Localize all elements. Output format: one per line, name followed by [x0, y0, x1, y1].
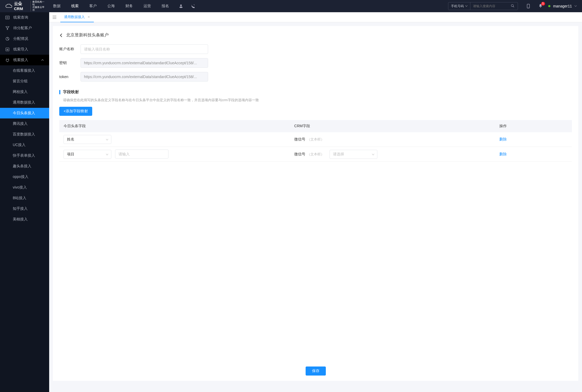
nav-operation[interactable]: 运营 [144, 4, 151, 8]
main-area: 通用数据接入 ✕ 北京昱新科技头条账户 账户名称 密钥 token 字段映射 请… [49, 12, 582, 381]
page-title: 北京昱新科技头条账户 [66, 32, 109, 38]
sidebar-item-clue-query[interactable]: 线索查询 [0, 12, 49, 23]
svg-point-2 [511, 4, 513, 6]
sidebar-item-clue-access[interactable]: 线索接入 [0, 55, 49, 65]
table-row: 项目 微信号 （文本框） 请选择 [59, 147, 572, 162]
svg-point-0 [180, 5, 182, 6]
crm-field-display: 微信号 （文本框） [294, 137, 324, 142]
menu-icon [53, 16, 56, 19]
user-menu[interactable]: manager11 [548, 4, 577, 8]
add-mapping-button[interactable]: +添加字段映射 [59, 107, 92, 116]
main-nav: 数据 线索 客户 公海 财务 运营 报名 [53, 4, 169, 8]
svg-line-3 [513, 6, 514, 7]
sub-vivo[interactable]: vivo接入 [0, 182, 49, 193]
logo-text: 云朵CRM [14, 1, 29, 11]
filter-icon [5, 26, 10, 30]
label-key: 密钥 [59, 61, 75, 65]
header-right-icons: 5 [526, 3, 543, 9]
table-row: 姓名 微信号 （文本框） 删除 [59, 132, 572, 147]
nav-finance[interactable]: 财务 [125, 4, 133, 8]
search-input[interactable] [470, 4, 508, 8]
section-bar-icon [59, 90, 60, 94]
chevron-down-icon [106, 137, 108, 142]
label-account-name: 账户名称 [59, 47, 75, 52]
tab-general-data[interactable]: 通用数据接入 ✕ [60, 12, 94, 22]
section-desc: 请确保您在此填写的头条自定义字段名称与在今日头条平台中自定义的字段名称一致，并且… [63, 98, 572, 103]
search-icon [511, 4, 514, 8]
input-key[interactable] [81, 58, 208, 68]
plug-icon [5, 58, 10, 62]
collapse-sidebar-button[interactable] [51, 14, 58, 20]
crm-option-select[interactable]: 请选择 [330, 150, 377, 159]
row-token: token [59, 72, 572, 82]
person-icon[interactable] [179, 4, 183, 8]
logo-subtitle: 教育机构一站 式服务云平台 [31, 1, 45, 11]
notifications[interactable]: 5 [538, 3, 543, 9]
svg-rect-1 [181, 7, 182, 8]
chevron-down-icon [465, 5, 467, 7]
nav-clue[interactable]: 线索 [71, 4, 79, 8]
chevron-up-icon [41, 59, 44, 61]
label-token: token [59, 75, 75, 79]
pie-icon [5, 37, 10, 41]
section-title: 字段映射 [63, 90, 79, 95]
sidebar-item-allocation[interactable]: 分配情况 [0, 33, 49, 44]
chevron-down-icon [372, 152, 374, 156]
header-icon-group [179, 4, 196, 8]
mapping-table: 今日头条字段 CRM字段 操作 姓名 [59, 120, 572, 162]
import-icon [5, 47, 10, 52]
sidebar-item-pending-customer[interactable]: 待分配客户 [0, 23, 49, 33]
sub-toutiao[interactable]: 今日头条接入 [0, 108, 49, 118]
nav-customer[interactable]: 客户 [89, 4, 97, 8]
phone-icon[interactable] [191, 4, 196, 8]
crm-field-display: 微信号 （文本框） [294, 152, 324, 157]
breadcrumb: 北京昱新科技头条账户 [59, 32, 572, 38]
search-button[interactable] [508, 4, 518, 8]
input-token[interactable] [81, 72, 208, 82]
col-action: 操作 [495, 120, 572, 132]
mobile-icon[interactable] [526, 4, 531, 8]
tt-field-select[interactable]: 项目 [64, 150, 111, 159]
sub-baidu[interactable]: 百度数据接入 [0, 129, 49, 140]
delete-button[interactable]: 删除 [499, 152, 507, 156]
tt-field-select[interactable]: 姓名 [64, 135, 111, 144]
chevron-down-icon [106, 152, 108, 156]
nav-public[interactable]: 公海 [107, 4, 115, 8]
search-type-select[interactable]: 手机号码 [448, 2, 470, 10]
close-icon[interactable]: ✕ [87, 15, 90, 19]
input-account-name[interactable] [81, 44, 208, 54]
save-button[interactable]: 保存 [306, 367, 326, 376]
sub-meiyou[interactable]: 美柚接入 [0, 214, 49, 225]
col-toutiao-field: 今日头条字段 [59, 120, 290, 132]
sub-uc[interactable]: UC接入 [0, 140, 49, 150]
back-icon[interactable] [59, 33, 64, 37]
section-header: 字段映射 [59, 90, 572, 95]
app-header: 云朵CRM 教育机构一站 式服务云平台 数据 线索 客户 公海 财务 运营 报名… [0, 0, 582, 12]
tabs-bar: 通用数据接入 ✕ [49, 12, 582, 22]
row-account-name: 账户名称 [59, 44, 572, 54]
sub-zhihu[interactable]: 知乎接入 [0, 203, 49, 214]
sub-bilibili[interactable]: B站接入 [0, 193, 49, 203]
sub-general-data[interactable]: 通用数据接入 [0, 97, 49, 108]
sub-online-service[interactable]: 在线客服接入 [0, 65, 49, 76]
list-icon [5, 15, 10, 20]
sub-school-access[interactable]: 网校接入 [0, 87, 49, 97]
search-box: 手机号码 [448, 2, 518, 10]
sub-qutoutiao[interactable]: 趣头条接入 [0, 161, 49, 172]
sidebar-item-clue-import[interactable]: 线索导入 [0, 44, 49, 55]
sub-tencent[interactable]: 腾讯接入 [0, 118, 49, 129]
notification-badge: 5 [541, 2, 545, 6]
footer-actions: 保存 [306, 367, 326, 376]
tt-field-extra-input[interactable] [115, 150, 168, 159]
sub-message-group[interactable]: 留言分组 [0, 76, 49, 87]
nav-signup[interactable]: 报名 [162, 4, 169, 8]
logo: 云朵CRM 教育机构一站 式服务云平台 [5, 1, 45, 11]
nav-data[interactable]: 数据 [53, 4, 61, 8]
table-header-row: 今日头条字段 CRM字段 操作 [59, 120, 572, 132]
cloud-icon [5, 3, 12, 9]
svg-rect-7 [6, 16, 9, 19]
sub-oppo[interactable]: oppo接入 [0, 172, 49, 182]
sub-kuaishou[interactable]: 快手表单接入 [0, 150, 49, 161]
delete-button[interactable]: 删除 [499, 137, 507, 141]
page-content: 北京昱新科技头条账户 账户名称 密钥 token 字段映射 请确保您在此填写的头… [53, 26, 578, 381]
